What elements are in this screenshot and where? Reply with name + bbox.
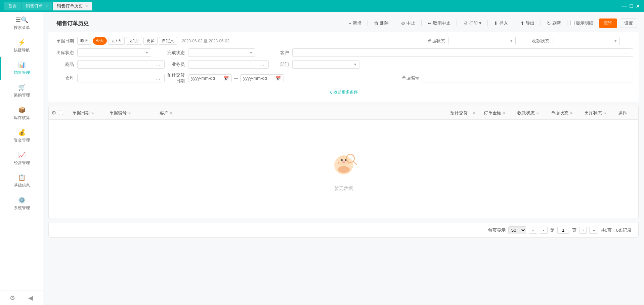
settings-label: 设置 <box>624 20 633 26</box>
calendar-from-icon[interactable]: 📅 <box>223 76 229 81</box>
first-page-button[interactable]: « <box>529 227 537 234</box>
bill-status-select[interactable]: ▾ <box>448 37 516 45</box>
date-btn-yesterday[interactable]: 昨天 <box>77 37 91 45</box>
collect-status-label: 收款状态 <box>529 38 553 44</box>
show-detail-checkbox[interactable] <box>570 21 574 25</box>
date-btn-7days[interactable]: 近7天 <box>108 37 125 45</box>
collapse-label: 收起更多条件 <box>334 89 358 95</box>
cancel-stop-label: 取消中止 <box>433 20 450 26</box>
query-button[interactable]: 查询 <box>599 18 617 28</box>
tab-sales-order-close[interactable]: ✕ <box>45 4 48 8</box>
print-button[interactable]: 🖨 打印 ▾ <box>460 19 485 28</box>
calendar-to-icon[interactable]: 📅 <box>275 76 281 81</box>
delivery-date-from-input[interactable] <box>191 76 221 81</box>
th-bill-status[interactable]: 单据状态 ⇅ <box>548 110 582 116</box>
stop-button[interactable]: ⊘ 中止 <box>398 19 419 28</box>
warehouse-label: 仓库 <box>54 75 77 81</box>
per-page-select[interactable]: 50 100 200 <box>508 226 526 234</box>
sidebar-item-sales[interactable]: 📊 销售管理 <box>0 57 43 80</box>
svg-point-3 <box>338 166 350 173</box>
salesperson-ellipsis[interactable]: … <box>259 62 266 67</box>
tab-sales-history[interactable]: 销售订单历史 ✕ <box>53 2 92 10</box>
table-settings-icon[interactable]: ⚙ <box>51 110 56 116</box>
sidebar-item-basic-info-label: 基础信息 <box>14 183 30 188</box>
sidebar-item-finance[interactable]: 💰 资金管理 <box>0 125 43 147</box>
date-btn-today[interactable]: 今天 <box>93 37 107 45</box>
th-customer-label: 客户 <box>160 110 168 116</box>
prev-page-button[interactable]: ‹ <box>540 227 547 234</box>
add-button[interactable]: + 新增 <box>345 19 365 28</box>
dept-select[interactable]: ▾ <box>292 60 359 69</box>
th-customer[interactable]: 客户 ⇅ <box>157 110 447 116</box>
warehouse-ellipsis[interactable]: … <box>155 76 162 81</box>
expand-button[interactable]: □ <box>630 3 633 9</box>
settings-button[interactable]: 设置 <box>620 18 637 28</box>
tab-sales-order[interactable]: 销售订单 ✕ <box>22 2 52 10</box>
sidebar-item-basic-info[interactable]: 📋 基础信息 <box>0 170 43 192</box>
export-button[interactable]: ⬆ 导出 <box>517 19 538 28</box>
complete-status-select[interactable]: ▾ <box>188 48 255 57</box>
sidebar-item-inventory[interactable]: 📦 库存核算 <box>0 102 43 125</box>
goods-ellipsis[interactable]: … <box>155 62 162 67</box>
delivery-date-to-input[interactable] <box>243 76 273 81</box>
salesperson-input[interactable] <box>191 62 257 67</box>
th-out-status[interactable]: 出库状态 ⇅ <box>582 110 615 116</box>
bill-status-value: ▾ <box>448 37 529 45</box>
checkbox-col-header <box>59 111 70 115</box>
th-date[interactable]: 单据日期 ⇅ <box>70 110 106 116</box>
filter-row-2: 出库状态 ▾ 完成状态 ▾ 客户 <box>54 48 633 57</box>
date-btn-more[interactable]: 更多 <box>143 37 158 45</box>
th-delivery[interactable]: 预计交货... ⇅ <box>447 110 481 116</box>
th-action-label: 操作 <box>618 110 627 116</box>
import-icon: ⬇ <box>494 21 498 26</box>
print-arrow-icon: ▾ <box>479 21 481 26</box>
cancel-stop-button[interactable]: ↩ 取消中止 <box>424 19 454 28</box>
collect-status-arrow-icon: ▾ <box>614 38 617 43</box>
quicknav-icon: ⚡ <box>18 39 26 46</box>
out-status-arrow-icon: ▾ <box>146 50 148 55</box>
import-button[interactable]: ⬇ 导入 <box>490 19 511 28</box>
sidebar-item-purchase[interactable]: 🛒 采购管理 <box>0 80 43 102</box>
date-btn-custom[interactable]: 自定义 <box>159 37 177 45</box>
sidebar-collapse-icon[interactable]: ◀ <box>28 294 33 302</box>
collect-status-select[interactable]: ▾ <box>553 37 620 45</box>
th-collect-status[interactable]: 收款状态 ⇅ <box>515 110 548 116</box>
sort-number-icon: ⇅ <box>128 111 131 115</box>
delete-button[interactable]: 🗑 删除 <box>371 19 392 28</box>
date-btn-1month[interactable]: 近1月 <box>126 37 142 45</box>
collapse-bar[interactable]: ∧ 收起更多条件 <box>54 87 633 97</box>
th-number[interactable]: 单据编号 ⇅ <box>106 110 157 116</box>
next-page-button[interactable]: › <box>579 227 587 234</box>
minimize-button[interactable]: — <box>621 3 627 9</box>
customer-input[interactable] <box>295 50 622 55</box>
customer-ellipsis[interactable]: … <box>623 50 630 55</box>
toolbar-divider-5 <box>487 20 488 26</box>
tab-sales-history-close[interactable]: ✕ <box>85 4 88 8</box>
th-action: 操作 <box>615 110 636 116</box>
sidebar-item-system[interactable]: ⚙️ 系统管理 <box>0 192 43 215</box>
th-amount[interactable]: 订单金额 ⇅ <box>481 110 515 116</box>
page-number-input[interactable] <box>557 227 569 234</box>
sidebar-settings-icon[interactable]: ⚙ <box>10 294 15 302</box>
empty-text: 暂无数据 <box>334 186 353 192</box>
out-status-select[interactable]: ▾ <box>77 48 151 57</box>
refresh-button[interactable]: ↻ 刷新 <box>544 19 564 28</box>
sort-customer-icon: ⇅ <box>170 111 172 115</box>
last-page-button[interactable]: » <box>589 227 598 234</box>
export-label: 导出 <box>526 20 534 26</box>
goods-input[interactable] <box>80 62 153 67</box>
tab-home[interactable]: 首页 <box>4 2 21 10</box>
sidebar-item-search-label: 搜索菜单 <box>14 25 30 31</box>
dept-label: 部门 <box>269 62 292 68</box>
bill-number-input[interactable] <box>423 74 634 82</box>
select-all-checkbox[interactable] <box>59 111 63 115</box>
close-button[interactable]: ✕ <box>636 3 640 9</box>
warehouse-input[interactable] <box>80 76 153 81</box>
sidebar-item-operations[interactable]: 📈 经营管理 <box>0 147 43 170</box>
show-detail-toggle[interactable]: 显示明细 <box>570 20 593 26</box>
sidebar-item-quicknav[interactable]: ⚡ 快捷导航 <box>0 35 43 57</box>
add-icon: + <box>349 21 351 26</box>
sidebar-item-search[interactable]: ☰🔍 搜索菜单 <box>0 12 43 35</box>
total-records-label: 共0页，0条记录 <box>601 227 632 233</box>
filter-row-1: 单据日期 昨天 今天 近7天 近1月 更多 自定义 2023-06-02 至 2… <box>54 37 633 45</box>
